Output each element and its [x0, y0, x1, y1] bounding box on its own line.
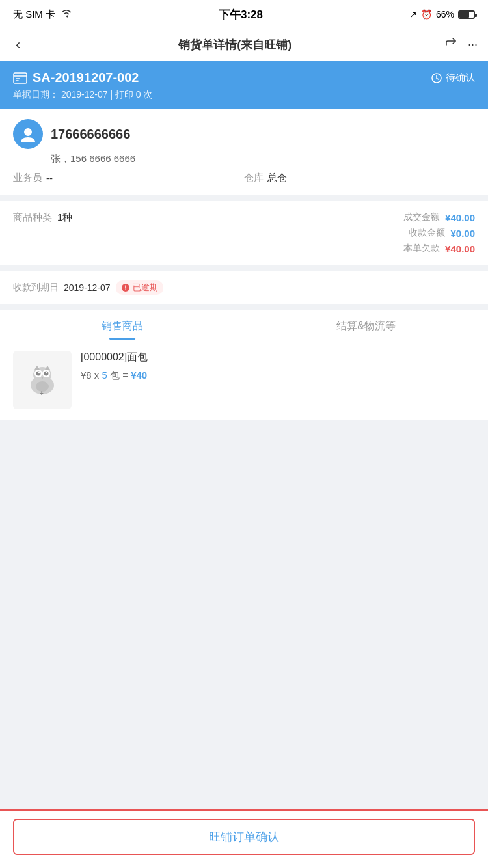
product-thumbnail: + [13, 351, 72, 409]
customer-avatar [13, 119, 43, 149]
transaction-amount-row: 成交金额 ¥40.00 [403, 211, 475, 223]
svg-point-12 [46, 372, 47, 373]
page-title: 销货单详情(来自旺铺) [178, 37, 291, 53]
debt-amount-row: 本单欠款 ¥40.00 [403, 243, 475, 254]
svg-point-10 [44, 372, 49, 376]
due-label: 收款到期日 [13, 282, 59, 293]
status-text: 待确认 [446, 72, 475, 84]
status-left: 无 SIM 卡 [13, 8, 72, 21]
customer-phone: 17666666666 [51, 127, 130, 142]
tab-sales-products[interactable]: 销售商品 [0, 310, 244, 340]
tabs-bar: 销售商品 结算&物流等 [0, 310, 488, 340]
transaction-label: 成交金额 [403, 211, 440, 223]
overdue-badge: 已逾期 [116, 280, 163, 295]
product-total: ¥40 [131, 370, 147, 381]
content-area [0, 426, 488, 556]
payment-amount-row: 收款金额 ¥0.00 [409, 227, 475, 239]
tab-settlement[interactable]: 结算&物流等 [244, 310, 488, 340]
svg-point-9 [36, 372, 41, 376]
warehouse-item: 仓库 总仓 [244, 172, 475, 184]
summary-section: 商品种类 1种 成交金额 ¥40.00 收款金额 ¥0.00 本单欠款 ¥40.… [0, 201, 488, 265]
more-button[interactable]: ··· [468, 38, 478, 51]
category-value: 1种 [57, 211, 72, 224]
svg-point-4 [125, 289, 126, 290]
status-right: ↗ ⏰ 66% [409, 9, 475, 20]
due-date-section: 收款到期日 2019-12-07 已逾期 [0, 271, 488, 304]
warehouse-value: 总仓 [267, 172, 287, 184]
status-bar: 无 SIM 卡 下午3:28 ↗ ⏰ 66% [0, 0, 488, 29]
payment-label: 收款金额 [409, 227, 445, 239]
svg-point-11 [38, 372, 40, 373]
order-date: 单据日期： 2019-12-07 | 打印 0 次 [13, 89, 475, 101]
product-section: + [0000002]面包 ¥8 x 5 包 = ¥40 [0, 340, 488, 420]
back-button[interactable]: ‹ [10, 31, 25, 59]
product-name: [0000002]面包 [81, 351, 475, 364]
payment-value: ¥0.00 [450, 228, 475, 239]
order-id: SA-20191207-002 [13, 70, 139, 85]
wifi-icon [61, 9, 72, 20]
location-icon: ↗ [409, 9, 417, 20]
debt-label: 本单欠款 [403, 243, 440, 254]
customer-meta: 业务员 -- 仓库 总仓 [13, 172, 475, 184]
bottom-bar: 旺铺订单确认 [0, 809, 488, 868]
sales-rep-value: -- [46, 172, 53, 183]
svg-text:+: + [40, 390, 44, 397]
battery-percent: 66% [436, 9, 454, 20]
svg-rect-0 [14, 73, 27, 83]
overdue-text: 已逾期 [133, 282, 158, 293]
transaction-value: ¥40.00 [445, 212, 475, 223]
product-category: 商品种类 1种 [13, 211, 403, 224]
carrier-label: 无 SIM 卡 [13, 8, 55, 21]
nav-bar: ‹ 销货单详情(来自旺铺) ··· [0, 29, 488, 61]
alarm-icon: ⏰ [421, 9, 432, 20]
customer-name: 张，156 6666 6666 [51, 153, 475, 165]
tabs-section: 销售商品 结算&物流等 [0, 310, 488, 340]
category-label: 商品种类 [13, 211, 52, 224]
order-status: 待确认 [431, 72, 475, 84]
product-calculation: ¥8 x 5 包 = ¥40 [81, 370, 475, 382]
product-info: [0000002]面包 ¥8 x 5 包 = ¥40 [81, 351, 475, 382]
status-time: 下午3:28 [219, 7, 263, 22]
battery-icon [458, 10, 475, 19]
debt-value: ¥40.00 [445, 243, 475, 254]
sales-rep-item: 业务员 -- [13, 172, 244, 184]
order-banner: SA-20191207-002 待确认 单据日期： 2019-12-07 | 打… [0, 61, 488, 109]
share-button[interactable] [444, 36, 457, 53]
nav-actions: ··· [444, 36, 478, 53]
product-qty: 5 [102, 370, 107, 381]
amounts-section: 成交金额 ¥40.00 收款金额 ¥0.00 本单欠款 ¥40.00 [403, 211, 475, 254]
svg-point-2 [24, 128, 32, 136]
warehouse-label: 仓库 [244, 172, 264, 184]
due-date-value: 2019-12-07 [64, 282, 111, 293]
confirm-order-button[interactable]: 旺铺订单确认 [13, 819, 475, 855]
sales-rep-label: 业务员 [13, 172, 42, 184]
customer-section: 17666666666 张，156 6666 6666 业务员 -- 仓库 总仓 [0, 109, 488, 195]
